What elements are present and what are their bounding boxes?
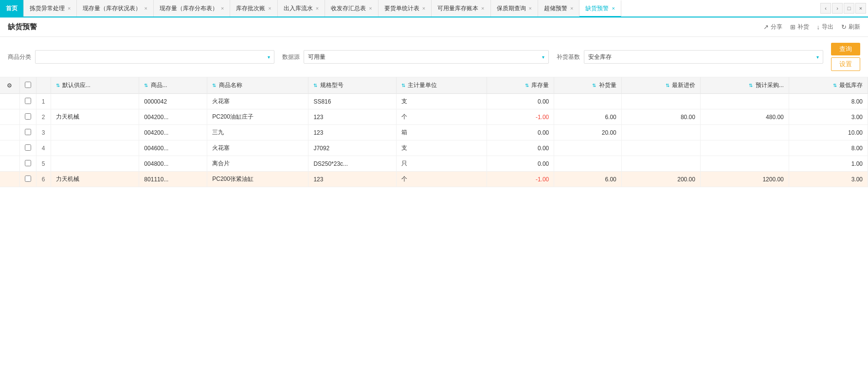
row-checkbox[interactable] xyxy=(25,144,31,151)
tab-scroll-left[interactable]: ‹ xyxy=(820,3,831,14)
row-checkbox-cell[interactable] xyxy=(19,156,36,172)
row-latest-price xyxy=(621,141,700,156)
data-table: ⚙ ⇅ 默认供应... ⇅ 商品... ⇅ xyxy=(0,77,868,187)
tab-nav-buttons: ‹ › □ × xyxy=(818,3,868,14)
close-tab-request[interactable]: × xyxy=(422,5,425,11)
row-est-purchase xyxy=(700,125,789,141)
close-tab-stock-dist[interactable]: × xyxy=(221,5,224,11)
row-checkbox[interactable] xyxy=(25,129,31,135)
table-container: ⚙ ⇅ 默认供应... ⇅ 商品... ⇅ xyxy=(0,77,868,187)
row-name: PC200油缸庄子 xyxy=(207,109,308,125)
share-icon: ↗ xyxy=(763,23,769,31)
close-tab-flow[interactable]: × xyxy=(316,5,319,11)
category-label: 商品分类 xyxy=(8,53,31,61)
close-tab-overstock[interactable]: × xyxy=(570,5,573,11)
row-checkbox-cell[interactable] xyxy=(19,141,36,156)
tab-stock-status[interactable]: 现存量（库存状况表） × xyxy=(77,0,153,17)
table-row: 1 0000042 火花塞 SS816 支 0.00 8.00 xyxy=(0,94,868,109)
replenish-select[interactable]: 安全库存 ▾ xyxy=(584,50,823,64)
row-checkbox-cell[interactable] xyxy=(19,125,36,141)
tab-batch[interactable]: 库存批次账 × xyxy=(230,0,277,17)
close-tab-picking[interactable]: × xyxy=(68,5,71,11)
row-stock: 0.00 xyxy=(487,156,554,172)
row-checkbox[interactable] xyxy=(25,98,31,104)
row-stock: 0.00 xyxy=(487,94,554,109)
sort-icon: ⇅ xyxy=(666,83,669,88)
datasource-select[interactable]: 可用量 ▾ xyxy=(304,50,549,64)
check-col-header[interactable] xyxy=(19,77,36,94)
refresh-button[interactable]: ↻ 刷新 xyxy=(841,23,860,31)
row-spec: 123 xyxy=(308,109,397,125)
query-button[interactable]: 查询 xyxy=(831,43,860,55)
row-num: 3 xyxy=(36,125,51,141)
stock-col-header[interactable]: ⇅ 库存量 xyxy=(487,77,554,94)
tab-flow[interactable]: 出入库流水 × xyxy=(278,0,325,17)
replenish-value: 安全库存 xyxy=(588,53,612,61)
replenish-col-header[interactable]: ⇅ 补货量 xyxy=(554,77,622,94)
close-tab-batch[interactable]: × xyxy=(268,5,271,11)
row-checkbox-cell[interactable] xyxy=(19,109,36,125)
select-all-checkbox[interactable] xyxy=(25,82,31,88)
tab-shortage[interactable]: 缺货预警 × xyxy=(579,0,621,17)
close-tab-stock-status[interactable]: × xyxy=(144,5,147,11)
gear-col-header[interactable]: ⚙ xyxy=(0,77,19,94)
row-code: 801110... xyxy=(139,172,207,187)
replenish-icon: ⊞ xyxy=(790,23,796,31)
row-checkbox-cell[interactable] xyxy=(19,94,36,109)
tab-picking[interactable]: 拣货异常处理 × xyxy=(24,0,77,17)
close-tab-available[interactable]: × xyxy=(481,5,484,11)
close-tab-summary[interactable]: × xyxy=(369,5,372,11)
latest-price-col-header[interactable]: ⇅ 最新进价 xyxy=(621,77,700,94)
tab-stock-dist[interactable]: 现存量（库存分布表） × xyxy=(154,0,230,17)
header-actions: ↗ 分享 ⊞ 补货 ↓ 导出 ↻ 刷新 xyxy=(763,23,861,31)
category-select[interactable]: ▾ xyxy=(35,50,274,64)
tab-home[interactable]: 首页 xyxy=(0,0,24,17)
filter-actions: 查询 设置 xyxy=(831,43,860,71)
table-body: 1 0000042 火花塞 SS816 支 0.00 8.00 2 力天机械 0… xyxy=(0,94,868,187)
tab-expiry[interactable]: 保质期查询 × xyxy=(491,0,538,17)
close-tab-shortage[interactable]: × xyxy=(612,5,615,11)
tab-summary[interactable]: 收发存汇总表 × xyxy=(325,0,378,17)
filter-bar: 商品分类 ▾ 数据源 可用量 ▾ 补货基数 安全库存 ▾ 查询 设置 xyxy=(0,37,868,77)
row-code: 004600... xyxy=(139,141,207,156)
name-col-header[interactable]: ⇅ 商品名称 xyxy=(207,77,308,94)
tab-overstock[interactable]: 超储预警 × xyxy=(538,0,579,17)
code-col-header[interactable]: ⇅ 商品... xyxy=(139,77,207,94)
row-min-stock: 8.00 xyxy=(789,94,868,109)
est-purchase-col-header[interactable]: ⇅ 预计采购... xyxy=(700,77,789,94)
row-est-purchase xyxy=(700,141,789,156)
sort-icon: ⇅ xyxy=(749,83,753,88)
unit-col-header[interactable]: ⇅ 主计量单位 xyxy=(396,77,487,94)
sort-icon: ⇅ xyxy=(144,83,148,88)
row-spec: SS816 xyxy=(308,94,397,109)
supplier-col-header[interactable]: ⇅ 默认供应... xyxy=(51,77,139,94)
row-checkbox[interactable] xyxy=(25,160,31,166)
row-code: 004200... xyxy=(139,125,207,141)
tab-close-window[interactable]: × xyxy=(855,3,866,14)
row-checkbox[interactable] xyxy=(25,113,31,120)
row-gear xyxy=(0,125,19,141)
min-stock-col-header[interactable]: ⇅ 最低库存 xyxy=(789,77,868,94)
tab-scroll-right[interactable]: › xyxy=(832,3,843,14)
row-checkbox-cell[interactable] xyxy=(19,172,36,187)
share-button[interactable]: ↗ 分享 xyxy=(763,23,782,31)
replenish-button[interactable]: ⊞ 补货 xyxy=(790,23,809,31)
sort-icon: ⇅ xyxy=(313,83,317,88)
settings-button[interactable]: 设置 xyxy=(831,57,860,71)
row-stock: -1.00 xyxy=(487,109,554,125)
row-checkbox[interactable] xyxy=(25,176,31,182)
replenish-label: 补货基数 xyxy=(557,53,580,61)
spec-col-header[interactable]: ⇅ 规格型号 xyxy=(308,77,397,94)
close-tab-expiry[interactable]: × xyxy=(529,5,532,11)
replenish-arrow-icon: ▾ xyxy=(816,54,819,60)
row-est-purchase: 480.00 xyxy=(700,109,789,125)
datasource-arrow-icon: ▾ xyxy=(542,54,544,60)
datasource-label: 数据源 xyxy=(282,53,300,61)
category-arrow-icon: ▾ xyxy=(268,54,270,60)
tab-maximize[interactable]: □ xyxy=(844,3,854,14)
export-button[interactable]: ↓ 导出 xyxy=(817,23,834,31)
sort-icon: ⇅ xyxy=(592,83,596,88)
row-min-stock: 3.00 xyxy=(789,109,868,125)
tab-request[interactable]: 要货单统计表 × xyxy=(379,0,432,17)
tab-available[interactable]: 可用量库存账本 × xyxy=(432,0,490,17)
